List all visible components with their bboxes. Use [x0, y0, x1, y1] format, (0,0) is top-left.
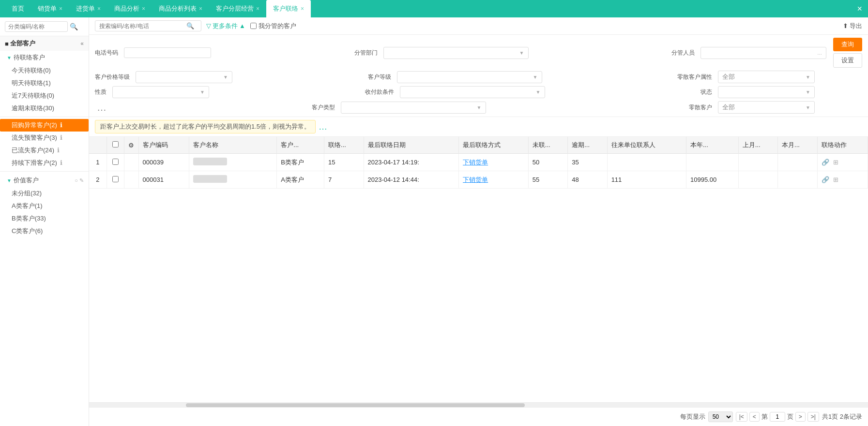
row1-share-icon[interactable]: ⊞ [833, 159, 838, 166]
page-input[interactable] [770, 412, 785, 422]
customer-type-arrow-icon: ▼ [477, 105, 482, 110]
row2-unread: 55 [528, 171, 567, 189]
pagination-bar: 每页显示 50 20 100 |< < 第 页 > >| 共1页 2条记录 [89, 407, 868, 426]
phone-input[interactable] [124, 47, 211, 58]
customer-search-input[interactable] [99, 23, 186, 29]
search-icon[interactable]: 🔍 [186, 22, 194, 29]
price-grade-select[interactable]: ▼ [136, 71, 232, 83]
row2-type: A类客户 [277, 171, 324, 189]
close-purchase-order-icon[interactable]: × [97, 5, 101, 12]
row2-share-icon[interactable]: ⊞ [833, 176, 838, 183]
tooltip-more-icon[interactable]: … [319, 122, 327, 132]
per-page-select[interactable]: 50 20 100 [708, 411, 733, 422]
sidebar-value-group[interactable]: ▼ 价值客户 ○ ✎ [0, 174, 89, 187]
customer-type-select[interactable]: ▼ [341, 102, 486, 114]
per-page-label: 每页显示 [680, 412, 705, 421]
col-no [89, 137, 107, 154]
sidebar: 🔍 ■ 全部客户 « ▼ 待联络客户 今天待联络(0) 明天待联络(1) 近7天… [0, 17, 89, 426]
nav-customer-tiering[interactable]: 客户分层经营 × [209, 0, 266, 17]
row2-select-checkbox[interactable] [112, 176, 119, 182]
sidebar-item-7days-pending[interactable]: 近7天待联络(0) [0, 89, 89, 102]
row1-last-contact-way[interactable]: 下销货单 [459, 154, 529, 171]
row1-link-icon[interactable]: 🔗 [822, 159, 829, 166]
close-sales-order-icon[interactable]: × [59, 5, 62, 12]
first-page-btn[interactable]: |< [736, 412, 747, 422]
page-label: 第 [761, 412, 768, 421]
row1-this-year [686, 154, 738, 171]
sidebar-search-input[interactable] [5, 21, 68, 32]
horizontal-scrollbar[interactable] [89, 402, 868, 407]
sidebar-item-tomorrow-pending[interactable]: 明天待联络(1) [0, 77, 89, 89]
row2-action: 🔗 ⊞ [817, 171, 868, 189]
sidebar-item-today-pending[interactable]: 今天待联络(0) [0, 64, 89, 77]
row2-last-contact-way[interactable]: 下销货单 [459, 171, 529, 189]
row2-link-icon[interactable]: 🔗 [822, 176, 829, 183]
nav-product-analysis-list[interactable]: 商品分析列表 × [152, 0, 209, 17]
table-area: ⚙ 客户编码 客户名称 客户... 联络... [89, 137, 868, 402]
retail-attr-select[interactable]: 全部 ▼ [718, 71, 815, 83]
next-page-btn[interactable]: > [795, 412, 806, 422]
total-label: 共1页 2条记录 [822, 412, 862, 421]
customer-grade-label: 客户等级 [368, 73, 391, 81]
col-contact: 联络... [324, 137, 364, 154]
sidebar-pending-contact-group[interactable]: ▼ 待联络客户 [0, 51, 89, 64]
select-all-checkbox[interactable] [112, 141, 119, 147]
close-product-analysis-icon[interactable]: × [142, 5, 145, 12]
customer-grade-arrow-icon: ▼ [533, 74, 538, 80]
prev-page-btn[interactable]: < [749, 412, 760, 422]
settings-btn[interactable]: 设置 [833, 53, 862, 68]
close-all-tabs-icon[interactable]: × [857, 4, 862, 14]
export-btn[interactable]: ⬆ 导出 [843, 22, 862, 30]
sidebar-item-a-class[interactable]: A类客户(1) [0, 200, 89, 212]
row1-no: 1 [89, 154, 107, 171]
row1-select-checkbox[interactable] [112, 159, 119, 165]
more-filter-btn[interactable]: … [95, 102, 108, 113]
sidebar-item-overdue[interactable]: 逾期未联络(30) [0, 102, 89, 115]
phone-label: 电话号码 [95, 49, 118, 57]
scroll-thumb[interactable] [186, 403, 525, 407]
close-customer-contact-icon[interactable]: × [301, 5, 304, 12]
table-settings-icon[interactable]: ⚙ [128, 142, 134, 149]
col-last-month: 上月... [738, 137, 777, 154]
sidebar-collapse-icon[interactable]: « [80, 40, 84, 47]
query-btn[interactable]: 查询 [833, 38, 862, 51]
sidebar-item-churn-warning[interactable]: 流失预警客户(3) ℹ [0, 132, 89, 144]
row2-last-month [738, 171, 777, 189]
row1-last-contact-date: 2023-04-17 14:19: [364, 154, 459, 171]
col-this-month: 本月... [778, 137, 817, 154]
filter-row-4: … 客户类型 ▼ 零散客户 全部 ▼ [95, 101, 862, 114]
nature-select[interactable]: ▼ [112, 86, 209, 98]
col-last-contact-date: 最后联络日期 [364, 137, 459, 154]
nav-customer-contact[interactable]: 客户联络 × [266, 0, 311, 17]
nav-purchase-order[interactable]: 进货单 × [69, 0, 107, 17]
customer-grade-select[interactable]: ▼ [397, 71, 542, 83]
payment-cond-select[interactable]: ▼ [400, 86, 545, 98]
sidebar-item-declining[interactable]: 持续下滑客户(2) ℹ [0, 157, 89, 169]
sidebar-item-churned[interactable]: 已流失客户(24) ℹ [0, 144, 89, 157]
last-page-btn[interactable]: >| [807, 412, 819, 422]
sidebar-item-c-class[interactable]: C类客户(6) [0, 225, 89, 237]
row2-code: 000031 [138, 171, 189, 189]
nav-home[interactable]: 首页 [5, 0, 31, 17]
row1-checkbox [107, 154, 124, 171]
sidebar-item-repurchase-anomaly[interactable]: 回购异常客户(2) ℹ [0, 119, 89, 132]
tooltip-bar: 距客户上次交易时长，超过了此客户的平均交易周期的1.5倍，则视为异常。 … [89, 117, 868, 137]
sidebar-all-customers-header[interactable]: ■ 全部客户 « [0, 36, 89, 51]
nav-sales-order[interactable]: 销货单 × [31, 0, 69, 17]
close-product-analysis-list-icon[interactable]: × [199, 5, 202, 12]
row1-contact: 15 [324, 154, 364, 171]
filter-row-2: 客户价格等级 ▼ 客户等级 ▼ 零散客户属性 全部 ▼ [95, 71, 862, 83]
my-customers-checkbox[interactable] [250, 23, 257, 29]
col-gear[interactable]: ⚙ [124, 137, 138, 154]
col-type: 客户... [277, 137, 324, 154]
manager-select[interactable]: … [700, 47, 826, 59]
sidebar-search-icon[interactable]: 🔍 [70, 23, 78, 30]
nav-product-analysis[interactable]: 商品分析 × [107, 0, 152, 17]
dept-select[interactable]: ▼ [383, 47, 529, 59]
status-select[interactable]: ▼ [718, 86, 815, 98]
sidebar-item-ungrouped[interactable]: 未分组(32) [0, 187, 89, 200]
retail-customer-select[interactable]: 全部 ▼ [718, 101, 815, 114]
close-customer-tiering-icon[interactable]: × [256, 5, 259, 12]
more-conditions-btn[interactable]: ▽ 更多条件 ▲ [206, 22, 245, 30]
sidebar-item-b-class[interactable]: B类客户(33) [0, 212, 89, 225]
